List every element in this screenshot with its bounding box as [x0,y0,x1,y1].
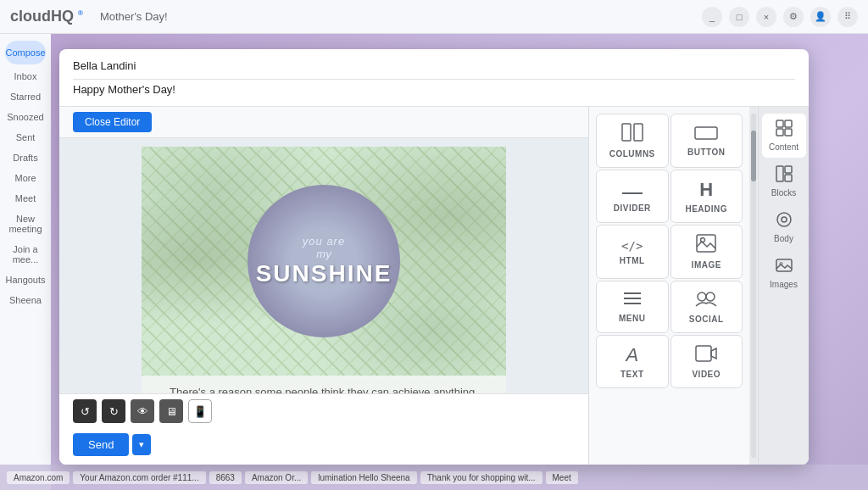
social-tool[interactable]: SOCIAL [670,281,743,333]
editor-sidebar-tabs: Content Blocks [758,107,809,465]
social-label: SOCIAL [689,315,724,324]
divider-tool[interactable]: DIVIDER [596,170,669,223]
bottom-tab-0[interactable]: Amazon.com [7,471,70,484]
left-sidebar: Compose Inbox Starred Snoozed Sent Draft… [0,34,51,490]
sidebar-item-drafts[interactable]: Drafts [3,149,47,166]
settings-icon[interactable]: ⚙ [783,7,804,27]
sidebar-item-snoozed[interactable]: Snoozed [3,109,47,125]
sidebar-item-starred[interactable]: Starred [3,88,47,105]
logo: cloudHQ ® [10,8,83,25]
compose-to-field[interactable]: Bella Landini [73,56,795,75]
svg-rect-11 [696,346,711,361]
email-image-block: you are my SUNSHINE [142,147,506,376]
svg-rect-13 [785,120,792,127]
desktop-view-icon[interactable]: 🖥 [159,399,183,423]
button-label: BUTTON [687,148,725,157]
preview-icon[interactable]: 👁 [131,399,154,423]
compose-modal: Bella Landini Happy Mother's Day! Close … [59,49,809,465]
minimize-icon[interactable]: _ [702,7,722,27]
menu-tool[interactable]: MENU [596,281,669,333]
bottom-tab-6[interactable]: Meet [546,471,578,484]
svg-rect-2 [695,127,717,139]
svg-rect-21 [776,259,792,271]
bottom-tab-1[interactable]: Your Amazon.com order #111... [73,471,205,484]
columns-icon [621,123,643,146]
send-button[interactable]: Send [73,433,129,456]
svg-point-19 [777,213,791,226]
sidebar-item-hangouts[interactable]: Hangouts [3,271,47,288]
button-tool[interactable]: BUTTON [670,114,743,168]
blocks-tab-icon [776,165,793,187]
html-label: HTML [620,256,645,265]
email-body-text: There's a reason some people think they … [142,376,506,393]
apps-icon[interactable]: ⠿ [837,7,858,27]
header-title: Mother's Day! [100,10,168,23]
text-icon: A [626,344,638,366]
compose-body: Close Editor you are my SUNSHINE Ther [59,107,809,465]
compose-header: Bella Landini Happy Mother's Day! [59,49,809,107]
video-tool[interactable]: VIDEO [670,335,743,388]
html-tool[interactable]: </> HTML [596,225,669,279]
editor-scrollbar[interactable] [751,114,756,458]
sidebar-item-meet[interactable]: Meet [3,190,47,207]
divider-icon [620,181,644,200]
sunshine-text-main: SUNSHINE [256,260,392,287]
image-icon [696,234,716,257]
email-toolbar: ↺ ↻ 👁 🖥 📱 [59,393,588,428]
maximize-icon[interactable]: □ [729,7,749,27]
social-icon [695,290,717,311]
image-tool[interactable]: IMAGE [670,225,743,279]
heading-tool[interactable]: H HEADING [670,170,743,223]
mobile-view-icon[interactable]: 📱 [188,399,212,423]
svg-rect-18 [785,175,792,181]
sunshine-text-my: my [316,248,331,260]
svg-point-10 [706,292,715,301]
content-tab-label: Content [769,142,798,152]
send-dropdown-button[interactable]: ▾ [132,434,151,455]
tab-body[interactable]: Body [762,205,806,249]
columns-label: COLUMNS [609,149,655,159]
bottom-tab-3[interactable]: Amazon Or... [245,471,308,484]
bottom-tab-4[interactable]: lumination Hello Sheena [311,471,416,484]
body-tab-label: Body [774,234,793,243]
sunshine-circle: you are my SUNSHINE [248,185,400,337]
editor-tools-grid: COLUMNS BUTTON [589,107,749,465]
sidebar-item-more[interactable]: More [3,170,47,187]
editor-scrollbar-thumb [751,131,756,181]
svg-rect-14 [776,129,783,136]
images-tab-icon [776,257,793,278]
email-preview-area: you are my SUNSHINE There's a reason som… [59,138,588,393]
tab-blocks[interactable]: Blocks [762,159,806,203]
divider-label: DIVIDER [614,203,651,213]
editor-panel: COLUMNS BUTTON [588,107,809,465]
bottom-tab-2[interactable]: 8663 [209,471,242,484]
compose-subject-field[interactable]: Happy Mother's Day! [73,79,795,99]
to-value: Bella Landini [73,59,136,72]
close-editor-button[interactable]: Close Editor [73,112,152,132]
undo-icon[interactable]: ↺ [73,399,97,423]
svg-rect-17 [785,166,792,173]
menu-label: MENU [619,314,645,323]
sidebar-item-sent[interactable]: Sent [3,129,47,146]
redo-icon[interactable]: ↻ [102,399,125,423]
send-area: Send ▾ [59,428,588,465]
bottom-tab-5[interactable]: Thank you for shopping wit... [420,471,542,484]
svg-rect-15 [785,129,792,136]
menu-icon [622,291,643,310]
tab-images[interactable]: Images [762,251,806,295]
svg-point-9 [698,292,706,301]
header-icons: _ □ × ⚙ 👤 ⠿ [702,7,858,27]
text-tool[interactable]: A TEXT [596,335,669,388]
account-icon[interactable]: 👤 [810,7,831,27]
html-icon: </> [621,239,643,253]
sidebar-item-join-meet[interactable]: Join a mee... [3,241,47,268]
body-tab-icon [776,211,793,232]
compose-button[interactable]: Compose [5,41,46,64]
heading-label: HEADING [685,204,727,214]
columns-tool[interactable]: COLUMNS [596,114,669,168]
sidebar-item-sheena[interactable]: Sheena [3,292,47,309]
sidebar-item-inbox[interactable]: Inbox [3,68,47,85]
close-icon[interactable]: × [756,7,776,27]
tab-content[interactable]: Content [762,114,806,158]
sidebar-item-new-meeting[interactable]: New meeting [3,210,47,237]
